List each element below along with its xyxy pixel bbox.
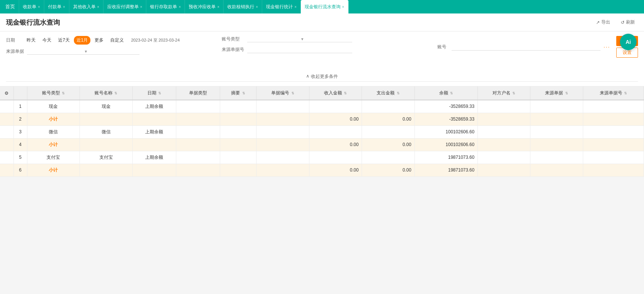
date-yesterday[interactable]: 昨天	[24, 36, 38, 45]
table-row: 2小计0.000.00-3528659.33	[0, 113, 644, 125]
source-doc-no-label: 来源单据号	[222, 46, 244, 53]
account-type-select[interactable]: ▼	[247, 36, 352, 42]
data-table-container: ⚙ 账号类型 ⇅ 账号名称 ⇅ 日期 ⇅ 单据类型 摘要 ⇅ 单据编号 ⇅ 收入…	[0, 87, 644, 177]
nav-tab-adjustment[interactable]: 应收应付调整单 ×	[104, 0, 147, 13]
source-doc-select[interactable]: ▼	[27, 49, 140, 55]
column-account-type[interactable]: 账号类型 ⇅	[27, 87, 80, 100]
chevron-down-icon: ▼	[84, 49, 138, 54]
column-balance[interactable]: 余额 ⇅	[414, 87, 477, 100]
column-gear[interactable]: ⚙	[0, 87, 14, 100]
ai-assistant-button[interactable]: Ai	[620, 34, 636, 50]
nav-tab-payment[interactable]: 付款单 ×	[44, 0, 69, 13]
nav-tab-write-off[interactable]: 收款核销执行 ×	[224, 0, 262, 13]
close-icon[interactable]: ×	[179, 5, 181, 9]
close-icon[interactable]: ×	[294, 5, 297, 9]
column-doc-type: 单据类型	[176, 87, 220, 100]
export-icon: ↗	[596, 20, 600, 25]
date-options: 昨天 今天 近7天 近1月 更多 自定义	[24, 36, 126, 45]
collapse-bar[interactable]: ∧ 收起更多条件	[6, 72, 638, 82]
date-range-display: 2023-02-24 至 2023-03-24	[131, 37, 180, 43]
close-icon[interactable]: ×	[256, 5, 258, 9]
table-row: 4小计0.000.00100102606.60	[0, 138, 644, 151]
nav-tab-other-income[interactable]: 其他收入单 ×	[69, 0, 104, 13]
account-input-wrap	[452, 43, 600, 51]
export-button[interactable]: ↗ 导出	[593, 18, 613, 27]
column-source-doc[interactable]: 来源单据 ⇅	[530, 87, 583, 100]
account-label: 账号	[437, 44, 449, 50]
table-row: 3微信微信上期余额100102606.60	[0, 125, 644, 138]
close-icon[interactable]: ×	[63, 5, 65, 9]
column-summary[interactable]: 摘要 ⇅	[220, 87, 256, 100]
nav-tab-receipt[interactable]: 收款单 ×	[19, 0, 44, 13]
date-more[interactable]: 更多	[92, 36, 106, 45]
nav-tab-bank-stats[interactable]: 现金银行统计 ×	[262, 0, 301, 13]
source-doc-no-input-wrap	[247, 46, 352, 53]
header-actions: ↗ 导出 ↺ 刷新	[593, 18, 638, 27]
column-expense[interactable]: 支出金额 ⇅	[362, 87, 415, 100]
source-doc-no-input[interactable]	[249, 47, 351, 52]
close-icon[interactable]: ×	[97, 5, 99, 9]
close-icon[interactable]: ×	[38, 5, 40, 9]
column-date[interactable]: 日期 ⇅	[132, 87, 176, 100]
column-index	[14, 87, 27, 100]
table-header-row: ⚙ 账号类型 ⇅ 账号名称 ⇅ 日期 ⇅ 单据类型 摘要 ⇅ 单据编号 ⇅ 收入…	[0, 87, 644, 100]
column-source-doc-no[interactable]: 来源单据号 ⇅	[583, 87, 644, 100]
source-doc-label: 来源单据	[6, 48, 24, 55]
column-doc-no[interactable]: 单据编号 ⇅	[257, 87, 309, 100]
chevron-down-icon: ▼	[300, 37, 351, 41]
column-account-name[interactable]: 账号名称 ⇅	[80, 87, 133, 100]
refresh-icon: ↺	[621, 20, 624, 25]
data-table: ⚙ 账号类型 ⇅ 账号名称 ⇅ 日期 ⇅ 单据类型 摘要 ⇅ 单据编号 ⇅ 收入…	[0, 87, 644, 177]
nav-tab-bank-flow[interactable]: 现金银行流水查询 ×	[301, 0, 348, 13]
column-income[interactable]: 收入金额 ⇅	[309, 87, 362, 100]
filter-area: 日期 昨天 今天 近7天 近1月 更多 自定义 2023-02-24 至 202…	[0, 31, 644, 87]
table-row: 1现金现金上期余额-3528659.33	[0, 100, 644, 113]
nav-tab-prepayment[interactable]: 预收冲应收单 ×	[185, 0, 224, 13]
close-icon[interactable]: ×	[217, 5, 219, 9]
date-1month[interactable]: 近1月	[74, 36, 91, 45]
nav-home[interactable]: 首页	[2, 0, 19, 13]
column-counterpart[interactable]: 对方户名 ⇅	[477, 87, 530, 100]
account-input[interactable]	[453, 44, 599, 49]
table-row: 6小计0.000.0019871073.60	[0, 164, 644, 176]
collapse-label: 收起更多条件	[311, 73, 338, 80]
date-today[interactable]: 今天	[40, 36, 54, 45]
close-icon[interactable]: ×	[140, 5, 143, 9]
top-navigation: 首页 收款单 × 付款单 × 其他收入单 × 应收应付调整单 × 银行存取款单 …	[0, 0, 644, 13]
account-type-label: 账号类型	[222, 36, 244, 42]
chevron-up-icon: ∧	[306, 73, 309, 80]
close-icon[interactable]: ×	[342, 5, 344, 9]
nav-tab-bank-deposit[interactable]: 银行存取款单 ×	[146, 0, 185, 13]
date-custom[interactable]: 自定义	[108, 36, 126, 45]
date-label: 日期	[6, 37, 21, 43]
page-title: 现金银行流水查询	[6, 18, 60, 27]
date-7days[interactable]: 近7天	[56, 36, 72, 45]
more-options-button[interactable]: ···	[603, 44, 610, 50]
table-row: 5支付宝支付宝上期余额19871073.60	[0, 151, 644, 164]
page-header: 现金银行流水查询 ↗ 导出 ↺ 刷新	[0, 13, 644, 31]
refresh-button[interactable]: ↺ 刷新	[618, 18, 638, 27]
